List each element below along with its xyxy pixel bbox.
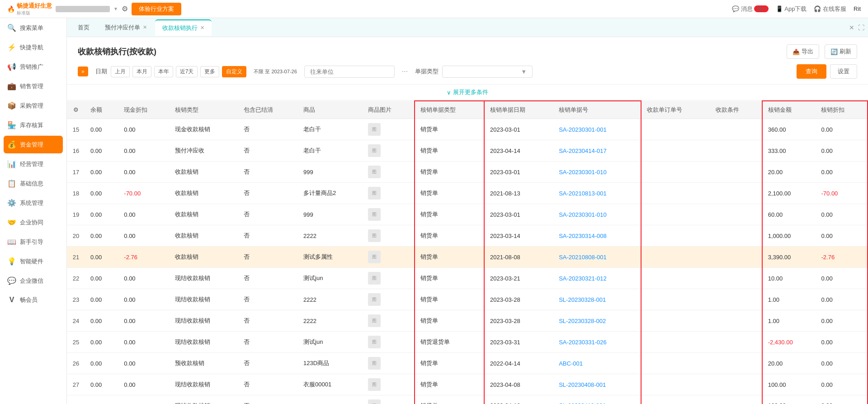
balance-cell: 0.00 — [85, 289, 118, 310]
date-btn-this-year[interactable]: 本年 — [154, 66, 173, 77]
cancel-no-cell[interactable]: SL-20230328-001 — [553, 289, 641, 310]
cancel-no-cell[interactable]: SA-20230314-008 — [553, 225, 641, 247]
sidebar-item-wechat[interactable]: 💬 企业微信 — [0, 271, 66, 290]
goods-cell: 多计量商品2 — [298, 183, 363, 204]
cancel-no-cell[interactable]: SL-20230408-001 — [553, 374, 641, 395]
cancel-no-cell[interactable]: SA-20210813-001 — [553, 183, 641, 204]
tab-prepay-close-icon[interactable]: ✕ — [143, 24, 147, 30]
expand-more-button[interactable]: ∨ 展开更多条件 — [447, 88, 488, 96]
app-download-link[interactable]: 📱 App下载 — [776, 5, 807, 13]
table-row: 18 0.00 -70.00 收款核销 否 多计量商品2 图 销货单 2021-… — [67, 183, 868, 204]
row-num: 24 — [67, 310, 85, 332]
sidebar-item-member[interactable]: V 畅会员 — [0, 290, 66, 309]
cancel-no-cell[interactable]: SA-20230321-012 — [553, 268, 641, 289]
maximize-icon[interactable]: ⛶ — [858, 24, 864, 31]
sidebar-item-hardware[interactable]: 💡 智能硬件 — [0, 252, 66, 271]
cancel-no-link[interactable]: SA-20230321-012 — [559, 275, 607, 282]
sidebar-item-finance[interactable]: 💰 资金管理 — [4, 136, 63, 153]
date-btn-custom[interactable]: 自定义 — [222, 66, 246, 77]
sidebar-item-operations[interactable]: 📊 经营管理 — [0, 154, 66, 174]
sidebar-item-inventory[interactable]: 🏪 库存核算 — [0, 115, 66, 135]
table-row: 23 0.00 0.00 现结收款核销 否 2222 图 销货单 2023-03… — [67, 289, 868, 310]
date-btn-last-month[interactable]: 上月 — [111, 66, 130, 77]
cancel-discount-cell: 0.00 — [816, 395, 868, 404]
cancel-no-link[interactable]: SA-20230301-010 — [559, 211, 607, 218]
sidebar-item-basic[interactable]: 📋 基础信息 — [0, 174, 66, 193]
cancel-no-link[interactable]: SA-20210808-001 — [559, 254, 607, 261]
goods-img-cell: 图 — [363, 204, 414, 225]
tab-home[interactable]: 首页 — [71, 20, 97, 35]
cancel-no-link[interactable]: SA-20230414-017 — [559, 147, 607, 154]
dropdown-arrow-icon[interactable]: ▼ — [113, 6, 118, 11]
cash-discount-cell: 0.00 — [118, 268, 170, 289]
cancel-no-cell[interactable]: SA-20230331-026 — [553, 332, 641, 353]
cancel-no-cell[interactable]: ABC-001 — [553, 353, 641, 374]
cancel-no-link[interactable]: SL-20230408-001 — [559, 381, 606, 388]
sidebar-item-enterprise[interactable]: 🤝 企业协同 — [0, 213, 66, 232]
partner-input[interactable] — [304, 66, 395, 78]
message-link[interactable]: 💬 消息 99+ — [732, 5, 769, 13]
sidebar-item-system[interactable]: ⚙️ 系统管理 — [0, 193, 66, 213]
cancel-no-link[interactable]: SL-20230418-001 — [559, 402, 606, 404]
cancel-date-cell: 2023-03-01 — [484, 162, 553, 183]
query-button[interactable]: 查询 — [797, 64, 826, 79]
date-btn-this-month[interactable]: 本月 — [132, 66, 151, 77]
sidebar-item-purchase[interactable]: 📦 采购管理 — [0, 96, 66, 115]
cancel-no-link[interactable]: SA-20230314-008 — [559, 233, 607, 239]
cancel-no-cell[interactable]: SA-20230301-010 — [553, 204, 641, 225]
sidebar-item-guide[interactable]: 📖 新手引导 — [0, 232, 66, 252]
refresh-button[interactable]: 🔄 刷新 — [825, 44, 857, 59]
cancel-type-cell: 销货单 — [415, 268, 485, 289]
tab-prepay[interactable]: 预付冲应付单 ✕ — [98, 20, 154, 35]
sidebar-item-shortcut[interactable]: ⚡ 快捷导航 — [0, 38, 66, 57]
sidebar-item-marketing[interactable]: 📢 营销推广 — [0, 57, 66, 76]
cancel-no-link[interactable]: SA-20230301-010 — [559, 169, 607, 176]
wechat-icon: 💬 — [7, 276, 16, 285]
settings-button[interactable]: 设置 — [830, 64, 857, 79]
receipt-order-no-cell — [641, 183, 710, 204]
goods-img-cell: 图 — [363, 395, 414, 404]
cancel-no-cell[interactable]: SA-20210808-001 — [553, 247, 641, 268]
export-button[interactable]: 📤 导出 — [787, 44, 819, 59]
cancel-no-cell[interactable]: SL-20230418-001 — [553, 395, 641, 404]
goods-img-cell: 图 — [363, 225, 414, 247]
cancel-no-link[interactable]: SL-20230328-002 — [559, 318, 606, 324]
cancel-date-cell: 2023-03-28 — [484, 289, 553, 310]
expand-button[interactable]: » — [78, 67, 88, 76]
cancel-no-link[interactable]: SA-20230331-026 — [559, 339, 607, 346]
cancel-no-link[interactable]: SA-20230301-001 — [559, 126, 607, 133]
tab-receipt[interactable]: 收款核销执行 ✕ — [155, 19, 212, 36]
close-all-icon[interactable]: ✕ — [849, 24, 854, 31]
date-btn-7days[interactable]: 近7天 — [176, 66, 198, 77]
trial-button[interactable]: 体验行业方案 — [132, 3, 181, 15]
cancel-date-cell: 2023-04-14 — [484, 140, 553, 162]
sidebar-item-search[interactable]: 🔍 搜索菜单 — [0, 18, 66, 38]
logo-text-area: 畅捷通好生意 标准版 — [17, 2, 52, 16]
receipt-order-no-cell — [641, 289, 710, 310]
date-btn-more[interactable]: 更多 — [200, 66, 219, 77]
cancel-no-cell[interactable]: SA-20230301-001 — [553, 119, 641, 140]
goods-cell: 2222 — [298, 310, 363, 332]
single-type-select[interactable]: ▼ — [442, 66, 533, 78]
online-service-link[interactable]: 🎧 在线客服 — [814, 5, 846, 13]
goods-cell: 测试jun — [298, 332, 363, 353]
receipt-cond-cell — [710, 353, 762, 374]
tab-receipt-close-icon[interactable]: ✕ — [200, 25, 204, 31]
table-row: 27 0.00 0.00 现结收款核销 否 衣服00001 图 销货单 2023… — [67, 374, 868, 395]
gear-icon[interactable]: ⚙ — [122, 5, 128, 13]
th-cancel-type: 核销单据类型 — [415, 101, 485, 119]
cancel-no-link[interactable]: SA-20210813-001 — [559, 190, 607, 197]
cancel-discount-cell: 0.00 — [816, 310, 868, 332]
cancel-no-cell[interactable]: SA-20230414-017 — [553, 140, 641, 162]
table-row: 17 0.00 0.00 收款核销 否 999 图 销货单 2023-03-01… — [67, 162, 868, 183]
cancel-amount-cell: 100.00 — [762, 374, 816, 395]
sidebar-item-sales[interactable]: 💼 销售管理 — [0, 76, 66, 96]
cancel-date-cell: 2023-03-31 — [484, 332, 553, 353]
cancel-no-cell[interactable]: SL-20230328-002 — [553, 310, 641, 332]
cancel-no-link[interactable]: ABC-001 — [559, 360, 583, 367]
cancel-amount-cell: 100.00 — [762, 395, 816, 404]
goods-cell: 老白干 — [298, 119, 363, 140]
cancel-no-cell[interactable]: SA-20230301-010 — [553, 162, 641, 183]
cancel-no-link[interactable]: SL-20230328-001 — [559, 296, 606, 303]
receipt-cond-cell — [710, 310, 762, 332]
